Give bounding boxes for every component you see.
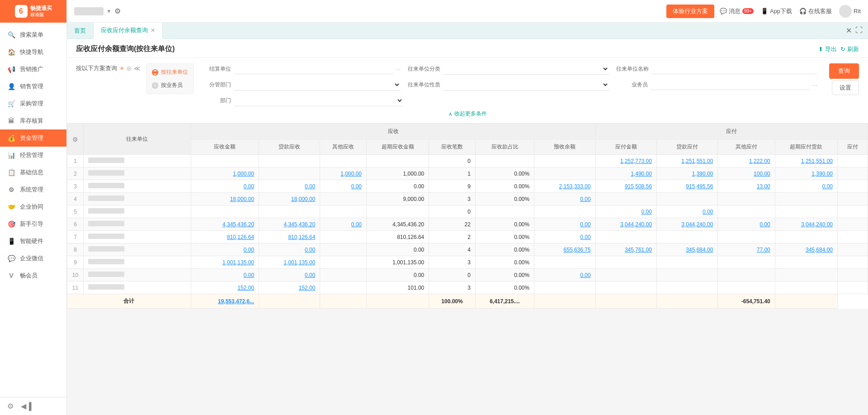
filter-row-3: 部门 — [199, 95, 817, 106]
collapse-sidebar-icon[interactable]: ◀▐ — [21, 402, 31, 410]
salesman-input[interactable] — [651, 80, 809, 90]
sidebar-item-basic[interactable]: 📋 基础信息 — [0, 164, 66, 181]
partner-nature-select[interactable] — [443, 79, 609, 91]
settlement-unit-input[interactable] — [234, 64, 392, 74]
row-partner — [84, 155, 191, 167]
company-dropdown-icon[interactable]: ▼ — [106, 8, 112, 14]
header-breadcrumb: 某某某某某 ▼ ⚙ — [74, 7, 661, 15]
row-num: 4 — [67, 193, 84, 205]
row-ap-tail — [838, 180, 868, 193]
row-ar-loan — [259, 155, 320, 167]
table-row: 91,001,135.001,001,135.001,001,135.0030.… — [67, 256, 868, 269]
filter-circle-icon[interactable]: ◎ — [127, 65, 131, 72]
row-num: 3 — [67, 180, 84, 193]
refresh-button[interactable]: ↻ 刷新 — [840, 45, 859, 53]
row-ap-loan: 915,495.56 — [656, 180, 717, 193]
footer-prepay-total: 6,417,215.... — [475, 294, 534, 309]
sidebar-item-wechat[interactable]: 💬 企业微信 — [0, 250, 66, 267]
view-option-label2: 按业务员 — [161, 81, 183, 89]
row-ap-amount: 1,252,773.00 — [595, 155, 656, 167]
view-option-partner[interactable]: 按往来单位 — [152, 67, 188, 78]
sidebar-item-label: 快捷导航 — [20, 48, 43, 56]
sidebar-item-guide[interactable]: 🎯 新手引导 — [0, 215, 66, 233]
chevron-up-icon: ∧ — [448, 111, 453, 117]
th-ap-amount: 应付金额 — [595, 139, 656, 155]
sidebar-item-system[interactable]: ⚙ 系统管理 — [0, 181, 66, 198]
th-ar-loan: 贷款应收 — [259, 139, 320, 155]
row-ar-overdue: 101.00 — [367, 281, 429, 294]
filter-more-icon[interactable]: ≪ — [134, 65, 141, 72]
row-ar-count: 22 — [429, 218, 476, 231]
sidebar-item-marketing[interactable]: 📢 营销推广 — [0, 61, 66, 78]
row-ar-loan: 810,126.64 — [259, 231, 320, 243]
sidebar-item-purchase[interactable]: 🛒 采购管理 — [0, 95, 66, 112]
promo-btn[interactable]: 体验行业方案 — [666, 5, 714, 18]
minimize-icon[interactable]: ✕ — [846, 26, 852, 35]
header-right: 💬 消息 99+ 📱 App下载 🎧 在线客服 Rit — [720, 5, 861, 18]
sidebar-item-member[interactable]: V 畅会员 — [0, 267, 66, 284]
footer-ar-total[interactable]: 19,553,472,6... — [191, 294, 259, 309]
row-ar-overdue: 810,126.64 — [367, 231, 429, 243]
row-ar-amount: 1,001,135.00 — [191, 256, 259, 269]
partner-category-select[interactable] — [443, 63, 609, 75]
filter-add-icon[interactable]: + — [120, 64, 124, 72]
sidebar-item-inventory[interactable]: 🏛 库存核算 — [0, 112, 66, 129]
salesman-dots-icon[interactable]: ··· — [812, 81, 817, 89]
corp-icon: 🤝 — [7, 203, 15, 210]
row-ar-amount: 0.00 — [191, 180, 259, 193]
sidebar-item-funds[interactable]: 💰 资金管理 — [0, 129, 66, 147]
sidebar-item-corp[interactable]: 🤝 企业协同 — [0, 198, 66, 215]
filter-partner-name: 往来单位名称 — [616, 64, 817, 74]
page-actions: ⬆ 导出 ↻ 刷新 — [818, 45, 859, 53]
sidebar-item-quick-nav[interactable]: 🏠 快捷导航 — [0, 43, 66, 61]
tab-close-icon[interactable]: ✕ — [151, 27, 155, 33]
managed-dept-select[interactable] — [234, 79, 401, 91]
view-option-salesman[interactable]: 按业务员 — [152, 80, 188, 91]
row-partner — [84, 218, 191, 231]
row-ar-ratio — [475, 155, 534, 167]
partner-name-input[interactable] — [651, 64, 817, 74]
settings-button[interactable]: 设置 — [832, 81, 859, 95]
table-row: 11152.00152.00101.0030.00% — [67, 281, 868, 294]
row-ap-overdue — [775, 269, 837, 281]
table-row: 500.000.00 — [67, 205, 868, 218]
maximize-icon[interactable]: ⛶ — [855, 26, 863, 35]
notifications-btn[interactable]: 💬 消息 99+ — [720, 7, 754, 15]
settings-footer-icon[interactable]: ⚙ — [7, 402, 14, 410]
sidebar-item-search-menu[interactable]: 🔍 搜索菜单 — [0, 26, 66, 43]
row-num: 2 — [67, 167, 84, 180]
sidebar-item-sales[interactable]: 👤 销售管理 — [0, 78, 66, 95]
row-ap-loan: 345,684.00 — [656, 243, 717, 256]
row-ap-tail — [838, 155, 868, 167]
sidebar-item-hardware[interactable]: 📱 智能硬件 — [0, 233, 66, 250]
sidebar-item-operations[interactable]: 📊 经营管理 — [0, 147, 66, 164]
company-name: 某某某某某 — [74, 7, 104, 15]
table-row: 21,000.001,000.001,000.0010.00%1,490.001… — [67, 167, 868, 180]
filter-settlement-unit: 结算单位 ··· — [199, 64, 401, 74]
system-icon: ⚙ — [7, 186, 15, 193]
row-ap-overdue — [775, 205, 837, 218]
settlement-dots-icon[interactable]: ··· — [396, 66, 401, 73]
row-ap-overdue: 3,044,240.00 — [775, 218, 837, 231]
filter-label-partner-cat: 往来单位分类 — [408, 65, 440, 73]
app-download-btn[interactable]: 📱 App下载 — [761, 7, 792, 15]
view-option-label: 按往来单位 — [161, 68, 188, 76]
table-settings-icon[interactable]: ⚙ — [72, 136, 78, 143]
data-table: ⚙ 往来单位 应收 应付 应收金额 贷款应收 其他应收 超期应收金额 应收笔数 … — [67, 124, 868, 309]
tab-home[interactable]: 首页 — [67, 23, 94, 39]
header-gear-icon[interactable]: ⚙ — [114, 7, 121, 15]
row-ar-overdue: 4,345,436.20 — [367, 218, 429, 231]
dept-select[interactable] — [234, 95, 403, 106]
row-ar-ratio: 0.00% — [475, 281, 534, 294]
filter-collapse-btn[interactable]: ∧ 收起更多条件 — [76, 110, 859, 118]
filter-label-partner-nature: 往来单位性质 — [408, 81, 440, 89]
export-button[interactable]: ⬆ 导出 — [818, 45, 837, 53]
th-ap-overdue: 超期应付货款 — [775, 139, 837, 155]
query-button[interactable]: 查询 — [829, 63, 859, 79]
user-avatar[interactable]: Rit — [839, 5, 861, 18]
customer-service-btn[interactable]: 🎧 在线客服 — [799, 7, 832, 15]
row-ap-amount — [595, 193, 656, 205]
tab-ar-ap[interactable]: 应收应付余额查询 ✕ — [94, 23, 163, 39]
row-ap-amount: 0.00 — [595, 205, 656, 218]
row-num: 1 — [67, 155, 84, 167]
